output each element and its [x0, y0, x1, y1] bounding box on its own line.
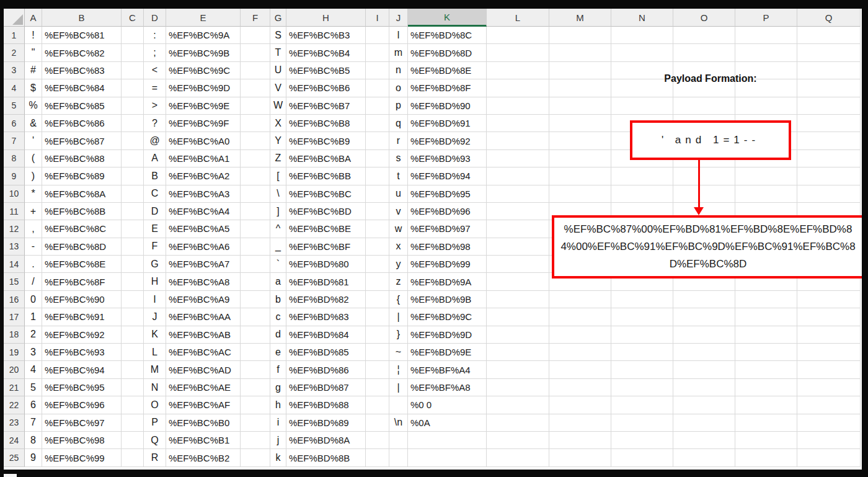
- cell-C14[interactable]: [122, 256, 144, 273]
- cell-O22[interactable]: [673, 396, 735, 414]
- cell-I16[interactable]: [366, 291, 389, 308]
- cell-F4[interactable]: [241, 79, 270, 97]
- cell-N17[interactable]: [611, 308, 673, 326]
- column-header-I[interactable]: I: [366, 9, 389, 27]
- cell-G18[interactable]: d: [270, 326, 286, 344]
- cell-F7[interactable]: [241, 132, 270, 149]
- cell-H7[interactable]: %EF%BC%B9: [286, 132, 366, 149]
- cell-O18[interactable]: [673, 326, 735, 344]
- row-header-14[interactable]: 14: [4, 256, 25, 273]
- cell-I20[interactable]: [366, 361, 389, 378]
- cell-D16[interactable]: I: [144, 291, 166, 308]
- cell-B25[interactable]: %EF%BC%99: [42, 449, 122, 466]
- cell-G2[interactable]: T: [270, 44, 286, 61]
- row-header-11[interactable]: 11: [4, 203, 25, 220]
- cell-J11[interactable]: v: [389, 203, 408, 220]
- cell-F23[interactable]: [241, 414, 270, 432]
- cell-H17[interactable]: %EF%BD%83: [286, 308, 366, 326]
- cell-E19[interactable]: %EF%BC%AC: [166, 344, 241, 361]
- cell-F21[interactable]: [241, 379, 270, 396]
- cell-F19[interactable]: [241, 344, 270, 361]
- cell-G1[interactable]: S: [270, 27, 286, 44]
- cell-J20[interactable]: ¦: [389, 361, 408, 378]
- cell-I21[interactable]: [366, 379, 389, 396]
- cell-M9[interactable]: [549, 167, 611, 185]
- cell-Q18[interactable]: [797, 326, 861, 344]
- cell-C6[interactable]: [122, 115, 144, 132]
- cell-K6[interactable]: %EF%BD%91: [408, 115, 487, 132]
- cell-J9[interactable]: t: [389, 167, 408, 185]
- cell-C2[interactable]: [122, 44, 144, 61]
- cell-H9[interactable]: %EF%BC%BB: [286, 167, 366, 185]
- column-header-P[interactable]: P: [735, 9, 797, 27]
- cell-P19[interactable]: [735, 344, 797, 361]
- cell-A8[interactable]: (: [25, 150, 42, 167]
- cell-B16[interactable]: %EF%BC%90: [42, 291, 122, 308]
- cell-N2[interactable]: [611, 44, 673, 61]
- cell-E15[interactable]: %EF%BC%A8: [166, 273, 241, 290]
- cell-L17[interactable]: [487, 308, 549, 326]
- row-header-6[interactable]: 6: [4, 115, 25, 132]
- cell-D8[interactable]: A: [144, 150, 166, 167]
- cell-A9[interactable]: ): [25, 167, 42, 185]
- cell-M16[interactable]: [549, 291, 611, 308]
- cell-E13[interactable]: %EF%BC%A6: [166, 238, 241, 256]
- cell-K7[interactable]: %EF%BD%92: [408, 132, 487, 149]
- cell-G24[interactable]: j: [270, 432, 286, 449]
- cell-D25[interactable]: R: [144, 449, 166, 466]
- cell-H6[interactable]: %EF%BC%B8: [286, 115, 366, 132]
- cell-L16[interactable]: [487, 291, 549, 308]
- cell-M18[interactable]: [549, 326, 611, 344]
- cell-L4[interactable]: [487, 79, 549, 97]
- cell-K16[interactable]: %EF%BD%9B: [408, 291, 487, 308]
- cell-K12[interactable]: %EF%BD%97: [408, 220, 487, 238]
- cell-E5[interactable]: %EF%BC%9E: [166, 97, 241, 115]
- cell-B2[interactable]: %EF%BC%82: [42, 44, 122, 61]
- cell-G17[interactable]: c: [270, 308, 286, 326]
- cell-A14[interactable]: .: [25, 256, 42, 273]
- cell-C7[interactable]: [122, 132, 144, 149]
- cell-G14[interactable]: `: [270, 256, 286, 273]
- cell-D7[interactable]: @: [144, 132, 166, 149]
- cell-O2[interactable]: [673, 44, 735, 61]
- cell-B7[interactable]: %EF%BC%87: [42, 132, 122, 149]
- cell-A25[interactable]: 9: [25, 449, 42, 466]
- column-header-D[interactable]: D: [144, 9, 166, 27]
- cell-L23[interactable]: [487, 414, 549, 432]
- cell-E18[interactable]: %EF%BC%AB: [166, 326, 241, 344]
- cell-L20[interactable]: [487, 361, 549, 378]
- cell-D13[interactable]: F: [144, 238, 166, 256]
- row-header-5[interactable]: 5: [4, 97, 25, 115]
- cell-K3[interactable]: %EF%BD%8E: [408, 62, 487, 79]
- cell-H16[interactable]: %EF%BD%82: [286, 291, 366, 308]
- cell-J10[interactable]: u: [389, 185, 408, 203]
- row-header-7[interactable]: 7: [4, 132, 25, 149]
- cell-D6[interactable]: ?: [144, 115, 166, 132]
- cell-I2[interactable]: [366, 44, 389, 61]
- cell-F12[interactable]: [241, 220, 270, 238]
- cell-K19[interactable]: %EF%BD%9E: [408, 344, 487, 361]
- cell-B19[interactable]: %EF%BC%93: [42, 344, 122, 361]
- cell-C11[interactable]: [122, 203, 144, 220]
- cell-E17[interactable]: %EF%BC%AA: [166, 308, 241, 326]
- cell-B21[interactable]: %EF%BC%95: [42, 379, 122, 396]
- cell-A12[interactable]: ,: [25, 220, 42, 238]
- cell-M1[interactable]: [549, 27, 611, 44]
- cell-Q4[interactable]: [797, 79, 861, 97]
- cell-I19[interactable]: [366, 344, 389, 361]
- cell-Q17[interactable]: [797, 308, 861, 326]
- cell-A22[interactable]: 6: [25, 396, 42, 414]
- cell-P2[interactable]: [735, 44, 797, 61]
- cell-L24[interactable]: [487, 432, 549, 449]
- cell-H14[interactable]: %EF%BD%80: [286, 256, 366, 273]
- cell-I13[interactable]: [366, 238, 389, 256]
- cell-K9[interactable]: %EF%BD%94: [408, 167, 487, 185]
- cell-K17[interactable]: %EF%BD%9C: [408, 308, 487, 326]
- cell-L5[interactable]: [487, 97, 549, 115]
- cell-N24[interactable]: [611, 432, 673, 449]
- cell-I7[interactable]: [366, 132, 389, 149]
- cell-D2[interactable]: ;: [144, 44, 166, 61]
- cell-B22[interactable]: %EF%BC%96: [42, 396, 122, 414]
- cell-F22[interactable]: [241, 396, 270, 414]
- cell-G16[interactable]: b: [270, 291, 286, 308]
